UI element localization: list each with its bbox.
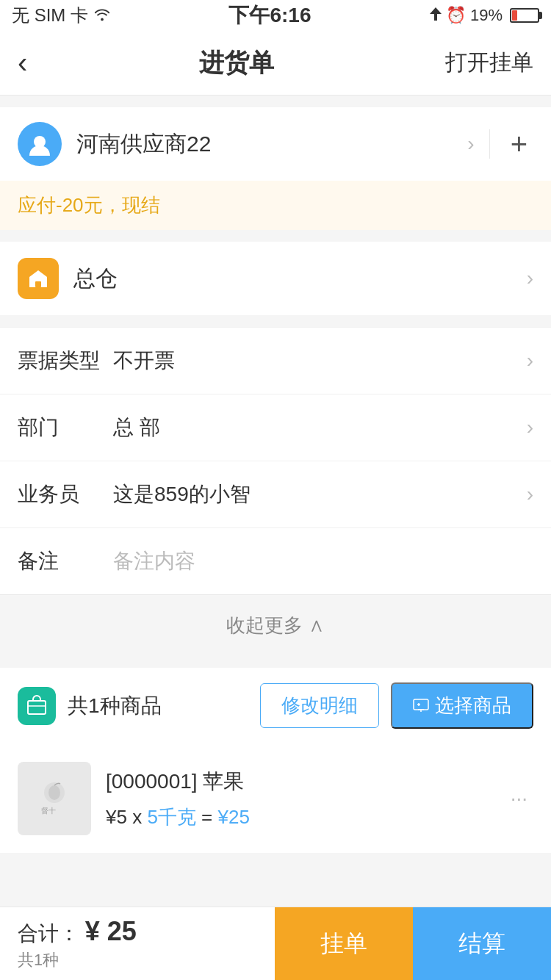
product-name: [0000001] 苹果 (106, 768, 490, 796)
add-supplier-button[interactable]: + (505, 128, 533, 161)
total-label: 合计： (18, 922, 79, 945)
products-section: 共1种商品 修改明细 选择商品 (0, 668, 551, 853)
wifi-icon (94, 5, 110, 26)
products-count-label: 共1种商品 (68, 692, 248, 720)
select-product-icon (413, 694, 429, 717)
supplier-divider (489, 129, 490, 159)
dept-row[interactable]: 部门 总 部 › (0, 394, 551, 461)
select-product-label: 选择商品 (435, 693, 511, 718)
dept-value: 总 部 (106, 414, 527, 442)
invoice-value: 不开票 (106, 347, 527, 375)
products-header: 共1种商品 修改明细 选择商品 (0, 668, 551, 743)
notice-bar: 应付-20元，现结 (0, 181, 551, 230)
checkout-button[interactable]: 结算 (413, 907, 551, 981)
notice-text: 应付-20元，现结 (18, 194, 160, 216)
battery-icon (510, 8, 539, 23)
supplier-avatar (18, 122, 62, 166)
product-price: ¥5 x 5千克 = ¥25 (106, 804, 490, 830)
gap-4 (0, 656, 551, 668)
status-right: ⏰ 19% (430, 6, 539, 25)
remark-placeholder: 备注内容 (106, 547, 533, 575)
product-item: 督十 [0000001] 苹果 ¥5 x 5千克 = ¥25 ··· (0, 744, 551, 853)
form-section: 票据类型 不开票 › 部门 总 部 › 业务员 这是859的小智 › 备注 备注… (0, 327, 551, 656)
total-section: 合计： ¥ 25 共1种 (0, 916, 275, 971)
bottom-bar: 合计： ¥ 25 共1种 挂单 结算 (0, 907, 551, 980)
gap-3 (0, 315, 551, 327)
remark-label: 备注 (18, 547, 106, 575)
suspend-button[interactable]: 挂单 (275, 907, 413, 981)
select-product-button[interactable]: 选择商品 (391, 682, 533, 729)
supplier-row[interactable]: 河南供应商22 › + (0, 107, 551, 181)
gap-2 (0, 230, 551, 242)
sales-chevron-icon: › (527, 483, 533, 506)
total-line: 合计： ¥ 25 (18, 916, 257, 948)
sales-row[interactable]: 业务员 这是859的小智 › (0, 461, 551, 527)
status-bar: 无 SIM 卡 下午6:16 ⏰ 19% (0, 0, 551, 31)
nav-bar: ‹ 进货单 打开挂单 (0, 31, 551, 96)
product-more-button[interactable]: ··· (505, 781, 533, 816)
invoice-label: 票据类型 (18, 347, 106, 375)
invoice-row[interactable]: 票据类型 不开票 › (0, 327, 551, 394)
dept-label: 部门 (18, 414, 106, 442)
warehouse-section: 总仓 › (0, 242, 551, 315)
svg-rect-1 (35, 281, 41, 287)
page-title: 进货单 (199, 46, 274, 80)
warehouse-chevron-icon: › (527, 267, 533, 290)
edit-detail-button[interactable]: 修改明细 (260, 683, 379, 728)
supplier-chevron-icon: › (467, 132, 474, 156)
alarm-icon: ⏰ (446, 6, 466, 25)
back-button[interactable]: ‹ (18, 46, 27, 79)
product-thumbnail: 督十 (18, 762, 91, 835)
supplier-name: 河南供应商22 (76, 129, 467, 159)
carrier-label: 无 SIM 卡 (12, 4, 88, 27)
svg-text:督十: 督十 (41, 807, 56, 815)
total-count: 共1种 (18, 949, 257, 971)
warehouse-name: 总仓 (73, 264, 527, 294)
warehouse-icon (18, 258, 59, 299)
sales-label: 业务员 (18, 480, 106, 508)
open-pending-button[interactable]: 打开挂单 (445, 48, 533, 78)
main-content: 河南供应商22 › + 应付-20元，现结 总仓 › 票据类型 (0, 96, 551, 934)
warehouse-row[interactable]: 总仓 › (0, 242, 551, 315)
total-amount: ¥ 25 (85, 916, 137, 946)
product-info: [0000001] 苹果 ¥5 x 5千克 = ¥25 (106, 768, 490, 830)
svg-rect-2 (28, 701, 46, 714)
status-left: 无 SIM 卡 (12, 4, 110, 27)
svg-rect-4 (414, 699, 428, 710)
svg-point-10 (48, 785, 60, 800)
battery-percent: 19% (470, 6, 503, 25)
status-time: 下午6:16 (228, 1, 311, 29)
collapse-button[interactable]: 收起更多 ∧ (0, 594, 551, 656)
products-icon (18, 687, 56, 725)
location-icon (430, 6, 442, 25)
dept-chevron-icon: › (527, 416, 533, 439)
supplier-section: 河南供应商22 › + 应付-20元，现结 (0, 107, 551, 230)
sales-value: 这是859的小智 (106, 480, 527, 508)
remark-row[interactable]: 备注 备注内容 (0, 527, 551, 594)
invoice-chevron-icon: › (527, 349, 533, 372)
gap-1 (0, 96, 551, 107)
